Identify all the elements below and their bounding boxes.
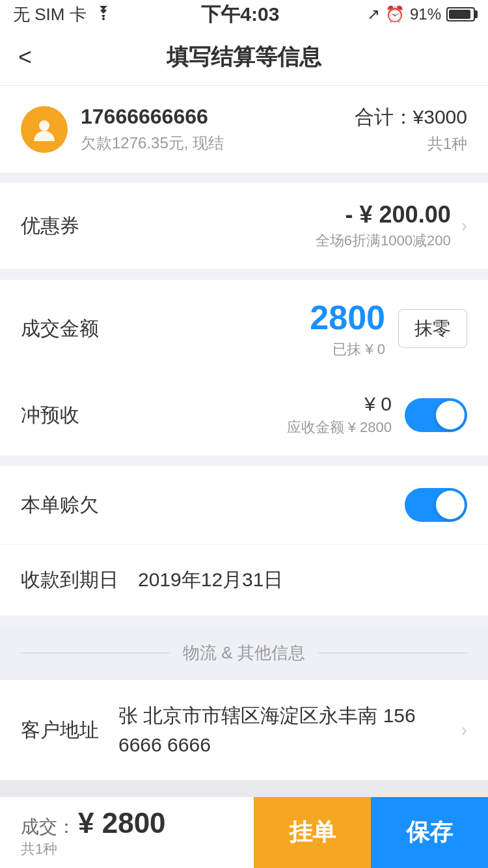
save-button[interactable]: 保存: [371, 797, 488, 869]
prepay-right: ¥ 0 应收金额 ¥ 2800: [287, 393, 467, 437]
arrears-section: 本单赊欠 收款到期日 2019年12月31日: [0, 466, 488, 616]
prepay-main-value: ¥ 0: [287, 393, 392, 415]
carrier-text: 无 SIM 卡: [13, 3, 87, 26]
avatar: [21, 106, 68, 153]
deal-amount-label: 成交金额: [21, 316, 99, 342]
customer-info: 17666666666 欠款1276.35元, 现结: [81, 105, 224, 154]
coupon-right: - ¥ 200.00 全场6折满1000减200 ›: [316, 201, 467, 251]
svg-point-1: [39, 120, 49, 131]
alarm-icon: ⏰: [385, 5, 405, 23]
bottom-bar: 成交： ¥ 2800 共1种 挂单 保存: [0, 796, 488, 868]
deal-amount-sub: 已抹 ¥ 0: [310, 340, 385, 359]
duedate-value: 2019年12月31日: [138, 567, 283, 593]
customer-card: 17666666666 欠款1276.35元, 现结 合计：¥3000 共1种: [0, 86, 488, 172]
amount-section: 成交金额 2800 已抹 ¥ 0 抹零 冲预收 ¥ 0 应收金额 ¥ 2800: [0, 280, 488, 455]
address-label: 客户地址: [21, 717, 99, 744]
coupon-description: 全场6折满1000减200: [316, 231, 451, 251]
divider-line-left: [21, 653, 170, 653]
status-right: ↗ ⏰ 91%: [367, 5, 475, 23]
address-value: 张 北京市市辖区海淀区永丰南 156 6666 6666: [118, 701, 461, 759]
round-button[interactable]: 抹零: [398, 309, 467, 348]
customer-totals: 合计：¥3000 共1种: [355, 104, 467, 154]
hang-button[interactable]: 挂单: [254, 797, 371, 869]
total-amount: 合计：¥3000: [355, 104, 467, 131]
bottom-deal-label: 成交：: [21, 815, 75, 839]
deal-amount-row: 成交金额 2800 已抹 ¥ 0 抹零: [0, 280, 488, 377]
prepay-row: 冲预收 ¥ 0 应收金额 ¥ 2800: [0, 377, 488, 455]
coupon-amount: - ¥ 200.00: [316, 201, 451, 228]
prepay-toggle[interactable]: [405, 398, 467, 432]
deal-amount-right: 2800 已抹 ¥ 0 抹零: [310, 298, 467, 359]
address-chevron-icon: ›: [461, 720, 467, 740]
page-title: 填写结算等信息: [167, 42, 321, 72]
location-icon: ↗: [367, 5, 380, 23]
arrears-toggle-knob: [436, 491, 465, 519]
deal-amount-values: 2800 已抹 ¥ 0: [310, 298, 385, 359]
customer-phone: 17666666666: [81, 105, 224, 129]
deal-amount-value: 2800: [310, 298, 385, 337]
customer-left: 17666666666 欠款1276.35元, 现结: [21, 105, 224, 154]
prepay-label: 冲预收: [21, 402, 79, 429]
back-button[interactable]: <: [18, 44, 32, 71]
bottom-summary: 成交： ¥ 2800 共1种: [0, 807, 254, 859]
address-row[interactable]: 客户地址 张 北京市市辖区海淀区永丰南 156 6666 6666 ›: [0, 680, 488, 780]
bottom-count: 共1种: [21, 839, 233, 859]
nav-bar: < 填写结算等信息: [0, 29, 488, 86]
arrears-toggle[interactable]: [405, 488, 467, 522]
status-left: 无 SIM 卡: [13, 3, 114, 26]
battery-percent: 91%: [410, 5, 441, 23]
battery-icon: [446, 7, 475, 21]
bottom-amount: ¥ 2800: [78, 807, 166, 839]
duedate-row: 收款到期日 2019年12月31日: [0, 544, 488, 616]
logistics-divider: 物流 & 其他信息: [0, 626, 488, 680]
arrears-row: 本单赊欠: [0, 466, 488, 544]
prepay-values: ¥ 0 应收金额 ¥ 2800: [287, 393, 392, 437]
chevron-right-icon: ›: [461, 215, 467, 236]
status-bar: 无 SIM 卡 下午4:03 ↗ ⏰ 91%: [0, 0, 488, 29]
time-display: 下午4:03: [201, 1, 279, 28]
prepay-sub-value: 应收金额 ¥ 2800: [287, 418, 392, 437]
arrears-label: 本单赊欠: [21, 492, 99, 519]
toggle-knob: [436, 401, 465, 429]
duedate-label: 收款到期日: [21, 567, 118, 593]
total-count: 共1种: [355, 133, 467, 154]
divider-line-right: [318, 653, 467, 653]
coupon-label: 优惠券: [21, 213, 79, 239]
coupon-row[interactable]: 优惠券 - ¥ 200.00 全场6折满1000减200 ›: [0, 183, 488, 269]
customer-debt: 欠款1276.35元, 现结: [81, 133, 224, 154]
wifi-icon: [93, 5, 114, 25]
svg-point-0: [102, 18, 105, 20]
logistics-divider-text: 物流 & 其他信息: [183, 642, 305, 664]
